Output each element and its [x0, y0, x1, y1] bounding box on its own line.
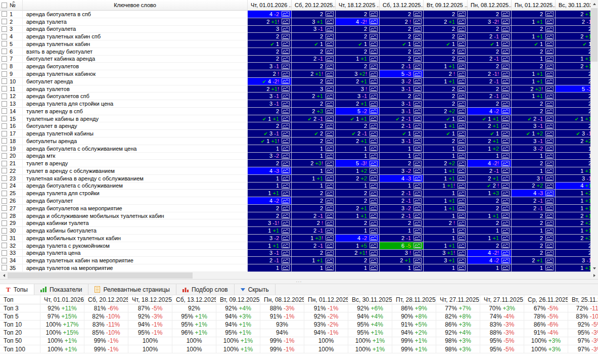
- chart-icon[interactable]: [545, 220, 554, 226]
- position-cell[interactable]: ✔ 1 +1!: [248, 138, 292, 145]
- row-checkbox[interactable]: [2, 183, 7, 189]
- position-cell[interactable]: 2: [248, 48, 292, 56]
- chart-icon[interactable]: [545, 101, 554, 107]
- chart-icon[interactable]: [326, 19, 334, 24]
- chart-icon[interactable]: [545, 198, 554, 204]
- position-cell[interactable]: 2: [380, 219, 424, 227]
- chart-icon[interactable]: [413, 235, 422, 241]
- position-cell[interactable]: 2: [292, 138, 336, 145]
- position-cell[interactable]: 1: [512, 227, 556, 235]
- position-cell[interactable]: 2 +1: [468, 138, 512, 145]
- position-cell[interactable]: 1 +1: [336, 56, 380, 63]
- row-checkbox[interactable]: [2, 71, 7, 77]
- position-cell[interactable]: 2: [336, 48, 380, 56]
- position-cell[interactable]: 2: [248, 108, 292, 115]
- position-cell[interactable]: 2: [424, 48, 468, 56]
- position-cell[interactable]: 2 -1: [380, 212, 424, 220]
- chart-icon[interactable]: [501, 168, 510, 173]
- position-cell[interactable]: 2 +3: [292, 108, 336, 115]
- position-cell[interactable]: 2 +1: [424, 18, 468, 26]
- position-cell[interactable]: 2: [380, 11, 424, 18]
- chart-icon[interactable]: [282, 243, 290, 248]
- chart-icon[interactable]: [501, 258, 510, 263]
- chart-icon[interactable]: [457, 123, 466, 129]
- row-checkbox[interactable]: [2, 131, 7, 136]
- position-cell[interactable]: 1 +1: [424, 78, 468, 85]
- chart-icon[interactable]: [545, 123, 554, 129]
- chart-icon[interactable]: [501, 19, 510, 24]
- position-cell[interactable]: 2: [292, 100, 336, 108]
- position-cell[interactable]: 1 +1: [556, 227, 590, 235]
- chart-icon[interactable]: [457, 86, 466, 92]
- keyword-cell[interactable]: аренда туалета для стройки: [23, 190, 248, 197]
- position-cell[interactable]: ✔ 1: [424, 115, 468, 123]
- chart-icon[interactable]: [370, 243, 378, 248]
- keyword-cell[interactable]: аренда туалетов на мероприятие: [23, 264, 248, 272]
- chart-icon[interactable]: [501, 94, 510, 99]
- position-cell[interactable]: 2: [468, 63, 512, 70]
- keyword-cell[interactable]: аренда туалетных кабинок: [23, 70, 248, 78]
- select-all-checkbox[interactable]: [2, 3, 7, 8]
- chart-icon[interactable]: [326, 146, 334, 151]
- chart-icon[interactable]: [326, 49, 334, 54]
- row-checkbox[interactable]: [2, 175, 7, 181]
- chart-icon[interactable]: [282, 265, 290, 270]
- position-cell[interactable]: 2: [292, 190, 336, 197]
- chart-icon[interactable]: [370, 198, 378, 204]
- position-cell[interactable]: ✔ 2 !: [468, 183, 512, 190]
- chart-icon[interactable]: [457, 49, 466, 54]
- position-cell[interactable]: 3 -1: [380, 100, 424, 108]
- position-cell[interactable]: 1: [292, 145, 336, 153]
- position-cell[interactable]: 3 -1: [248, 63, 292, 70]
- chart-icon[interactable]: [501, 250, 510, 256]
- keyword-cell[interactable]: аренда биотуалета с обслуживанием цена: [23, 145, 248, 153]
- position-cell[interactable]: 2: [336, 26, 380, 33]
- position-cell[interactable]: 2 +1: [336, 205, 380, 212]
- chart-icon[interactable]: [413, 175, 422, 181]
- row-checkbox[interactable]: [2, 116, 7, 121]
- chart-icon[interactable]: [282, 56, 290, 62]
- position-cell[interactable]: 2: [512, 48, 556, 56]
- chart-icon[interactable]: [545, 258, 554, 263]
- chart-icon[interactable]: [457, 153, 466, 159]
- position-cell[interactable]: 2 -1: [468, 78, 512, 85]
- tab-подбор слов[interactable]: Подбор слов: [176, 284, 235, 295]
- chart-icon[interactable]: [413, 131, 422, 136]
- position-cell[interactable]: 1 +1: [424, 122, 468, 130]
- keyword-cell[interactable]: биотуалеты аренда: [23, 138, 248, 145]
- keyword-cell[interactable]: туалет в аренду с обслуживанием: [23, 167, 248, 175]
- position-cell[interactable]: 2: [468, 85, 512, 93]
- chart-icon[interactable]: [501, 71, 510, 77]
- chart-icon[interactable]: [501, 213, 510, 218]
- row-checkbox[interactable]: [2, 146, 7, 151]
- chart-icon[interactable]: [413, 220, 422, 226]
- chart-icon[interactable]: [545, 34, 554, 39]
- chart-icon[interactable]: [545, 205, 554, 211]
- chart-icon[interactable]: [457, 183, 466, 189]
- position-cell[interactable]: 2: [424, 85, 468, 93]
- chart-icon[interactable]: [326, 228, 334, 234]
- chart-icon[interactable]: [501, 116, 510, 121]
- position-cell[interactable]: 2 +3!: [292, 160, 336, 167]
- position-cell[interactable]: 2 -1: [468, 33, 512, 40]
- chart-icon[interactable]: [413, 41, 422, 47]
- chart-icon[interactable]: [501, 101, 510, 107]
- chart-icon[interactable]: [282, 49, 290, 54]
- chart-icon[interactable]: [326, 26, 334, 32]
- keyword-cell[interactable]: аренда туалета: [23, 18, 248, 26]
- chart-icon[interactable]: [370, 56, 378, 62]
- position-cell[interactable]: ✔ 1: [556, 40, 590, 48]
- row-checkbox[interactable]: [2, 26, 7, 32]
- position-cell[interactable]: 2: [336, 190, 380, 197]
- row-checkbox[interactable]: [2, 205, 7, 211]
- position-cell[interactable]: 2: [468, 26, 512, 33]
- chart-icon[interactable]: [370, 265, 378, 270]
- position-cell[interactable]: 2: [292, 78, 336, 85]
- position-cell[interactable]: 2: [248, 205, 292, 212]
- chart-icon[interactable]: [370, 168, 378, 173]
- position-cell[interactable]: 3 -1: [556, 175, 590, 183]
- position-cell[interactable]: 3 -1: [556, 257, 590, 264]
- position-cell[interactable]: 2: [380, 26, 424, 33]
- position-cell[interactable]: ✔ 3 -1: [248, 130, 292, 138]
- chart-icon[interactable]: [457, 191, 466, 196]
